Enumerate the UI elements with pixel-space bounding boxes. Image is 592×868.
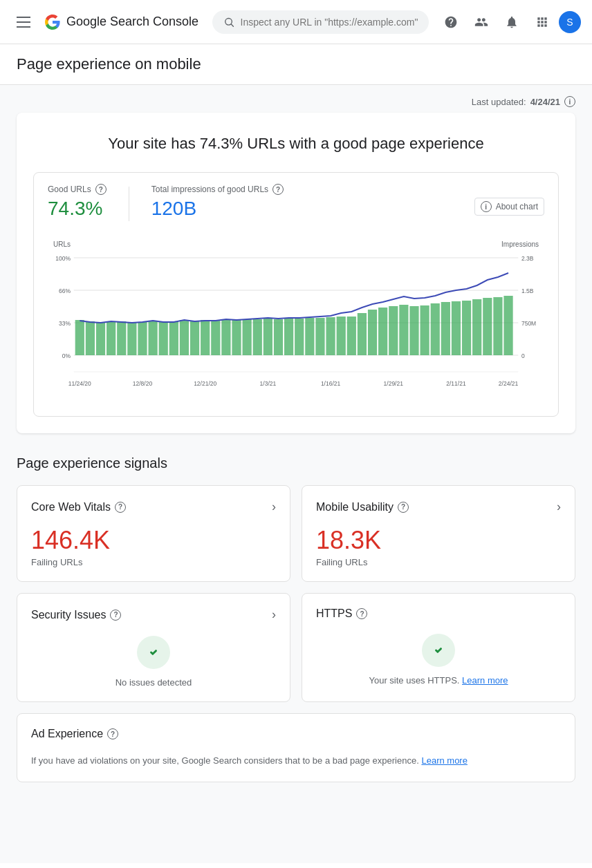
y-axis-right-label: Impressions xyxy=(501,240,539,248)
https-status-text: Your site uses HTTPS. Learn more xyxy=(369,675,508,686)
hamburger-menu[interactable] xyxy=(11,11,36,33)
svg-rect-24 xyxy=(169,321,178,355)
last-updated-info-icon[interactable]: i xyxy=(564,96,575,107)
about-chart-label: About chart xyxy=(496,202,538,211)
header: Google Search Console S xyxy=(0,0,592,44)
google-logo-icon xyxy=(44,14,61,30)
https-header: HTTPS ? xyxy=(316,607,561,620)
apps-button[interactable] xyxy=(528,8,556,36)
core-web-vitals-failing-label: Failing URLs xyxy=(31,557,276,567)
svg-rect-50 xyxy=(441,302,450,355)
svg-rect-42 xyxy=(358,313,367,355)
svg-rect-43 xyxy=(368,310,377,355)
svg-rect-23 xyxy=(159,322,168,355)
https-info-icon[interactable]: ? xyxy=(356,608,367,619)
https-status: Your site uses HTTPS. Learn more xyxy=(316,634,561,686)
svg-rect-37 xyxy=(305,318,314,355)
ad-experience-card: Ad Experience ? If you have ad violation… xyxy=(17,713,575,782)
security-issues-card: Security Issues ? › No issues detected xyxy=(17,593,290,702)
core-web-vitals-chevron-icon[interactable]: › xyxy=(272,500,276,514)
svg-text:100%: 100% xyxy=(55,255,71,262)
user-avatar[interactable]: S xyxy=(559,11,581,33)
good-urls-value: 74.3% xyxy=(48,198,107,220)
svg-rect-19 xyxy=(117,321,126,355)
svg-text:12/21/20: 12/21/20 xyxy=(194,380,216,387)
impressions-info-icon[interactable]: ? xyxy=(272,184,284,195)
svg-rect-25 xyxy=(180,320,189,355)
core-web-vitals-title: Core Web Vitals xyxy=(31,501,111,513)
ad-experience-info-icon[interactable]: ? xyxy=(107,728,118,739)
svg-rect-49 xyxy=(431,303,440,355)
manage-users-icon xyxy=(474,15,488,29)
ad-experience-description: If you have ad violations on your site, … xyxy=(31,754,561,768)
mobile-usability-failing-number: 18.3K xyxy=(316,528,561,553)
svg-rect-20 xyxy=(127,323,136,355)
svg-rect-44 xyxy=(378,308,387,355)
svg-text:1/29/21: 1/29/21 xyxy=(384,380,403,387)
last-updated-label: Last updated: xyxy=(472,97,526,107)
last-updated-date: 4/24/21 xyxy=(530,97,560,107)
https-learn-more-link[interactable]: Learn more xyxy=(462,675,508,686)
apps-icon xyxy=(535,15,549,29)
about-chart-button[interactable]: i About chart xyxy=(474,198,544,216)
core-web-vitals-header: Core Web Vitals ? › xyxy=(31,500,276,514)
svg-text:66%: 66% xyxy=(59,287,71,294)
mobile-usability-failing-label: Failing URLs xyxy=(316,557,561,567)
mobile-usability-card: Mobile Usability ? › 18.3K Failing URLs xyxy=(302,485,575,582)
mobile-usability-chevron-icon[interactable]: › xyxy=(557,500,561,514)
about-chart-icon: i xyxy=(481,201,492,212)
help-icon xyxy=(444,15,458,29)
svg-rect-18 xyxy=(107,322,115,355)
security-issues-status: No issues detected xyxy=(31,636,276,688)
chart-container: URLs Impressions 100% 66% 33% xyxy=(48,240,544,416)
url-search-bar[interactable] xyxy=(212,10,429,34)
logo-area: Google Search Console xyxy=(44,14,198,30)
svg-rect-22 xyxy=(148,321,157,355)
svg-text:12/8/20: 12/8/20 xyxy=(133,380,152,387)
security-issues-chevron-icon[interactable]: › xyxy=(272,607,276,622)
svg-rect-56 xyxy=(503,296,512,355)
notifications-icon xyxy=(505,15,519,29)
svg-rect-36 xyxy=(295,319,304,355)
svg-rect-32 xyxy=(253,319,262,355)
mobile-usability-title: Mobile Usability xyxy=(316,501,394,513)
security-issues-info-icon[interactable]: ? xyxy=(110,610,121,621)
ad-experience-learn-more-link[interactable]: Learn more xyxy=(421,755,467,766)
svg-rect-17 xyxy=(96,323,105,355)
search-icon xyxy=(223,16,234,28)
svg-text:1/16/21: 1/16/21 xyxy=(321,380,340,387)
notifications-button[interactable] xyxy=(498,8,526,36)
svg-rect-40 xyxy=(337,317,346,355)
metric-divider xyxy=(129,187,129,221)
hero-title: Your site has 74.3% URLs with a good pag… xyxy=(33,135,559,153)
main-content: Last updated: 4/24/21 i Your site has 74… xyxy=(0,85,592,863)
chart-svg: 100% 66% 33% 0% 2.3B 1.5B 750M 0 xyxy=(48,251,544,403)
svg-rect-47 xyxy=(409,306,418,355)
core-web-vitals-title-area: Core Web Vitals ? xyxy=(31,501,126,513)
security-check-icon xyxy=(144,643,163,662)
svg-rect-31 xyxy=(243,319,252,355)
last-updated-row: Last updated: 4/24/21 i xyxy=(17,85,575,113)
svg-rect-48 xyxy=(420,305,429,355)
mobile-usability-header: Mobile Usability ? › xyxy=(316,500,561,514)
svg-text:33%: 33% xyxy=(59,320,71,327)
help-button[interactable] xyxy=(437,8,465,36)
core-web-vitals-card: Core Web Vitals ? › 146.4K Failing URLs xyxy=(17,485,290,582)
manage-users-button[interactable] xyxy=(468,8,495,36)
core-web-vitals-failing-number: 146.4K xyxy=(31,528,276,553)
core-web-vitals-info-icon[interactable]: ? xyxy=(115,502,126,513)
svg-rect-45 xyxy=(389,306,398,355)
url-search-input[interactable] xyxy=(241,17,418,28)
https-uses-text: Your site uses HTTPS. xyxy=(369,675,459,686)
svg-text:11/24/20: 11/24/20 xyxy=(68,380,91,387)
security-issues-title: Security Issues xyxy=(31,609,106,621)
impressions-label-row: Total impressions of good URLs ? xyxy=(151,184,284,195)
svg-rect-21 xyxy=(138,322,147,355)
svg-rect-46 xyxy=(399,305,408,355)
mobile-usability-title-area: Mobile Usability ? xyxy=(316,501,409,513)
svg-rect-39 xyxy=(326,317,335,355)
signals-grid: Core Web Vitals ? › 146.4K Failing URLs … xyxy=(17,485,575,702)
impressions-value: 120B xyxy=(151,198,284,220)
mobile-usability-info-icon[interactable]: ? xyxy=(398,502,409,513)
good-urls-info-icon[interactable]: ? xyxy=(95,184,107,195)
